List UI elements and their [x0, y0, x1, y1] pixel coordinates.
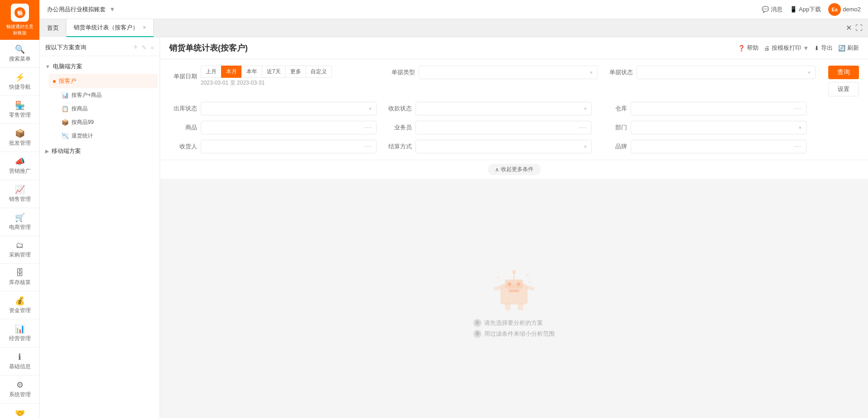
sidebar-item-marketing[interactable]: 📣 营销推广	[0, 152, 39, 180]
tab-close-icon[interactable]: ×	[143, 24, 146, 31]
tip-num-1: ①	[473, 319, 481, 327]
doc-status-chevron: ▾	[808, 70, 811, 76]
export-btn[interactable]: ⬇ 导出	[814, 44, 833, 52]
customer-goods-icon: 📊	[61, 92, 69, 99]
doc-type-chevron: ▾	[590, 70, 593, 76]
date-btn-last-7[interactable]: 近7天	[262, 66, 285, 78]
out-status-select[interactable]: ▾	[201, 102, 377, 115]
mobile-section-title[interactable]: ▶ 移动端方案	[40, 144, 160, 158]
query-button[interactable]: 查询	[828, 66, 859, 79]
warehouse-cell: 仓库 ···	[599, 102, 807, 115]
add-scheme-btn[interactable]: +	[133, 43, 138, 52]
sidebar-item-purchase-mgmt[interactable]: 🗂 采购管理	[0, 236, 39, 264]
sidebar-item-ecommerce-mgmt[interactable]: 🛒 电商管理	[0, 208, 39, 236]
date-btn-group: 上月 本月 本年 近7天 更多 自定义	[201, 66, 332, 78]
help-btn[interactable]: ❓ 帮助	[738, 44, 759, 52]
receipt-status-select[interactable]: ▾	[415, 102, 591, 115]
sidebar-item-finance-mgmt[interactable]: 💰 资金管理	[0, 291, 39, 319]
brand-dots: ···	[794, 142, 802, 151]
sidebar-item-ops-mgmt[interactable]: 📊 经营管理	[0, 319, 39, 347]
scheme-item-by-customer-goods[interactable]: 📊 按客户+商品	[58, 89, 158, 102]
sidebar-item-sales-mgmt[interactable]: 📈 销售管理	[0, 180, 39, 208]
tab-sales-stats[interactable]: 销货单统计表（按客户） ×	[66, 19, 154, 37]
doc-type-select[interactable]: ▾	[419, 66, 598, 79]
basic-info-icon: ℹ	[18, 352, 21, 362]
sidebar-item-label: 基础信息	[9, 363, 31, 370]
dept-cell: 部门 ▾	[599, 121, 807, 134]
date-btn-last-month[interactable]: 上月	[201, 66, 221, 78]
date-label: 单据日期	[169, 72, 201, 81]
out-status-chevron: ▾	[369, 106, 372, 112]
receiver-dots: ···	[364, 142, 372, 151]
date-btn-custom[interactable]: 自定义	[306, 66, 332, 78]
desktop-section-title[interactable]: ▼ 电脑端方案	[40, 60, 160, 73]
scheme-item-return-stats[interactable]: 📉 退货统计	[58, 129, 158, 142]
collab-icon: 🤝	[15, 408, 25, 418]
settlement-select[interactable]: ▾	[415, 140, 591, 153]
sidebar-item-label: 电商管理	[9, 223, 31, 231]
tab-fullscreen-icon[interactable]: ⛶	[855, 24, 863, 32]
sidebar-item-inventory-check[interactable]: 🗄 库存核算	[0, 264, 39, 291]
svg-point-13	[497, 276, 499, 278]
panel-header-actions: + ✎ «	[133, 43, 154, 52]
desktop-section-label: 电脑端方案	[53, 62, 82, 71]
collapse-row: ∧ 收起更多条件	[160, 160, 868, 179]
download-icon: 📱	[790, 6, 797, 13]
sidebar-item-basic-info[interactable]: ℹ 基础信息	[0, 347, 39, 375]
filter-row-2: 出库状态 ▾ 收款状态 ▾	[169, 102, 859, 115]
scheme-item-by-goods-99[interactable]: 📦 按商品99	[58, 116, 158, 129]
date-btn-this-year[interactable]: 本年	[241, 66, 262, 78]
print-dropdown-icon[interactable]: ▼	[803, 45, 809, 52]
purchase-icon: 🗂	[16, 241, 24, 250]
home-tab-label: 首页	[47, 24, 59, 32]
sidebar-item-quick-nav[interactable]: ⚡ 快捷导航	[0, 68, 39, 96]
sidebar-item-label: 系统管理	[9, 391, 31, 399]
sidebar-item-wholesale-mgmt[interactable]: 📦 批发管理	[0, 124, 39, 152]
app-download-btn[interactable]: 📱 App下载	[790, 5, 821, 14]
doc-status-cell: 单据状态 ▾	[605, 66, 816, 79]
brand-select[interactable]: ···	[631, 140, 807, 153]
user-menu[interactable]: Ea demo2	[828, 3, 861, 16]
system-icon: ⚙	[16, 380, 24, 390]
receipt-status-label: 收款状态	[384, 104, 415, 113]
empty-tip-1-text: 请先选择要分析的方案	[484, 319, 543, 327]
dept-select[interactable]: ▾	[631, 121, 807, 134]
doc-status-select[interactable]: ▾	[637, 66, 816, 79]
finance-icon: 💰	[15, 296, 25, 306]
svg-point-8	[512, 270, 516, 274]
sidebar-item-label: 采购管理	[9, 251, 31, 259]
tab-home[interactable]: 首页	[40, 19, 66, 37]
dept-chevron: ▾	[799, 125, 802, 131]
scheme-item-by-customer[interactable]: ● 按客户	[49, 74, 158, 88]
empty-state: ① 请先选择要分析的方案 ② 用过滤条件来缩小分析范围	[160, 179, 868, 418]
sidebar-item-retail-mgmt[interactable]: 🏪 零售管理	[0, 96, 39, 124]
sidebar-item-search-menu[interactable]: 🔍 搜索菜单	[0, 40, 39, 68]
receiver-cell: 收货人 ···	[169, 140, 377, 153]
collapse-btn[interactable]: ∧ 收起更多条件	[488, 164, 541, 175]
collapse-panel-btn[interactable]: «	[151, 44, 154, 51]
settings-button[interactable]: 设置	[828, 82, 859, 96]
tab-close-window-icon[interactable]: ✕	[846, 24, 852, 32]
goods-select[interactable]: ···	[201, 121, 377, 134]
print-btn[interactable]: 🖨 按模板打印 ▼	[764, 44, 809, 52]
sub-items: 📊 按客户+商品 📋 按商品 📦 按商品99 📉	[47, 89, 160, 142]
scheme-item-by-goods[interactable]: 📋 按商品	[58, 102, 158, 115]
salesperson-select[interactable]: ···	[415, 121, 591, 134]
sidebar-item-system-mgmt[interactable]: ⚙ 系统管理	[0, 375, 39, 404]
edit-scheme-btn[interactable]: ✎	[142, 44, 147, 51]
doc-type-cell: 单据类型 ▾	[387, 66, 598, 79]
salesperson-dots: ···	[579, 124, 586, 132]
svg-rect-11	[505, 303, 510, 310]
sidebar-item-enterprise-collab[interactable]: 🤝 企业协同	[0, 404, 39, 418]
print-label: 按模板打印	[772, 44, 801, 52]
scheme-item-label: 按客户	[59, 77, 76, 85]
refresh-btn[interactable]: 🔄 刷新	[838, 44, 859, 52]
date-btn-this-month[interactable]: 本月	[221, 66, 241, 78]
settlement-label: 结算方式	[384, 142, 415, 151]
industry-dropdown-icon[interactable]: ▼	[109, 6, 115, 13]
warehouse-select[interactable]: ···	[631, 102, 807, 115]
message-btn[interactable]: 💬 消息	[762, 5, 783, 14]
receiver-select[interactable]: ···	[201, 140, 377, 153]
date-btn-more[interactable]: 更多	[285, 66, 306, 78]
inventory-icon: 🗄	[16, 268, 24, 278]
